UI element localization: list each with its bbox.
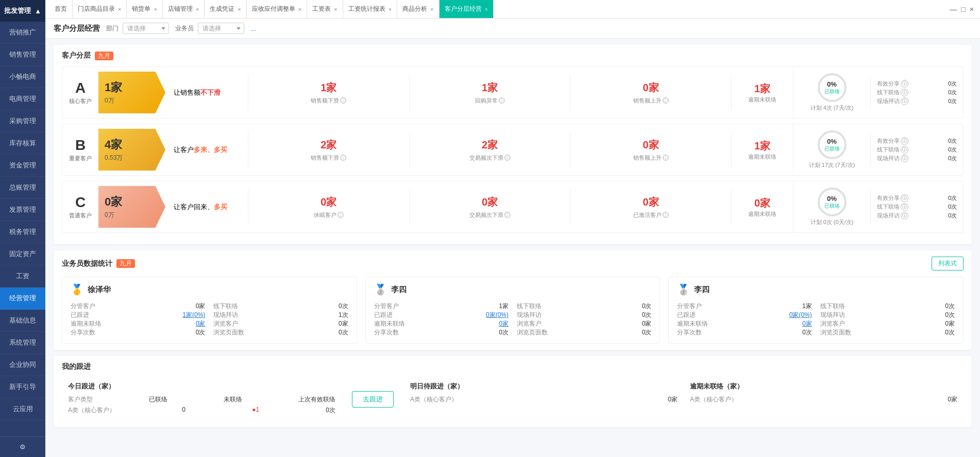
- sidebar-item-企业协同[interactable]: 企业协同: [0, 354, 45, 376]
- info-icon: ⓘ: [663, 97, 669, 104]
- tier-count-block: 1家 0万: [98, 72, 165, 113]
- info-icon: ⓘ: [504, 212, 511, 218]
- progress-circle: 0% 已联络: [818, 130, 847, 159]
- sidebar-item-发票管理[interactable]: 发票管理: [0, 199, 45, 221]
- tier-row-B: B 重要客户 4家 0.53万 让客户多来、多买 2家 销售额下滑 ⓘ 2家 交…: [62, 124, 964, 176]
- sidebar-item-小畅电商[interactable]: 小畅电商: [0, 66, 45, 88]
- today-header-row: 客户类型 已联络 未联络 上次有效联络: [68, 395, 335, 404]
- side-stat-row: 现场拜访 ⓘ 0次: [877, 97, 957, 105]
- tab-商品分析[interactable]: 商品分析×: [397, 0, 439, 19]
- tab-close-icon[interactable]: ×: [388, 6, 392, 12]
- staff-stat-row: 逾期未联络 0家: [374, 319, 509, 328]
- sidebar-title: 批发管理: [4, 6, 31, 15]
- staff-stat-row: 现场拜访 1次: [213, 311, 348, 319]
- staff-stat-row: 分享次数 0次: [677, 328, 812, 337]
- tab-close-icon[interactable]: ×: [430, 6, 433, 12]
- sidebar-item-新手引导[interactable]: 新手引导: [0, 376, 45, 398]
- salesman-select[interactable]: 请选择: [198, 23, 244, 34]
- side-stat-row: 线下联络 ⓘ 0次: [877, 146, 957, 154]
- sidebar-item-经营管理[interactable]: 经营管理: [0, 287, 45, 310]
- sidebar-collapse-icon[interactable]: ▲: [35, 7, 41, 15]
- sidebar-item-基础信息[interactable]: 基础信息: [0, 310, 45, 332]
- tier-action-text: 让销售额不下滑: [165, 88, 248, 97]
- info-icon: ⓘ: [901, 212, 908, 219]
- sidebar-item-营销推广[interactable]: 营销推广: [0, 22, 45, 44]
- goto-followup-button[interactable]: 去跟进: [352, 391, 394, 408]
- staff-badge: 🥈: [374, 283, 387, 296]
- tab-close-icon[interactable]: ×: [154, 6, 157, 12]
- tab-客户分层经营[interactable]: 客户分层经营×: [440, 0, 494, 19]
- staff-stats-left: 分管客户 1家 已跟进 0家(0%) 逾期未联络 0家 分享次数 0次: [677, 302, 812, 337]
- tab-首页[interactable]: 首页: [49, 0, 73, 19]
- sidebar-item-电商管理[interactable]: 电商管理: [0, 88, 45, 110]
- tab-close-icon[interactable]: ×: [196, 6, 199, 12]
- staff-month-badge: 九月: [116, 259, 135, 268]
- progress-circle: 0% 已联络: [818, 188, 847, 216]
- dept-filter: 部门 请选择: [106, 23, 169, 34]
- sidebar: 批发管理 ▲ 营销推广销售管理小畅电商电商管理采购管理库存核算资金管理总账管理发…: [0, 0, 45, 457]
- tab-close-icon[interactable]: ×: [485, 6, 488, 12]
- info-icon: ⓘ: [901, 89, 908, 96]
- tab-close-icon[interactable]: ×: [334, 6, 337, 12]
- stat-item: 2家 交易频次下滑 ⓘ: [409, 132, 570, 168]
- list-view-button[interactable]: 列表式: [932, 257, 964, 270]
- customer-tier-title: 客户分层 九月: [62, 51, 964, 60]
- sidebar-item-库存核算[interactable]: 库存核算: [0, 132, 45, 155]
- staff-stat-row: 线下联络 0次: [213, 302, 348, 311]
- sidebar-item-税务管理[interactable]: 税务管理: [0, 221, 45, 243]
- followup-section: 我的跟进 今日跟进（家） 客户类型 已联络 未联络 上次有效联络 A类（核心客户…: [54, 356, 972, 427]
- tier-side-stats: 有效分享 ⓘ 0次 线下联络 ⓘ 0次 现场拜访 ⓘ 0次: [870, 190, 963, 224]
- sidebar-item-系统管理[interactable]: 系统管理: [0, 332, 45, 354]
- staff-card-0: 🥇 徐泽华 分管客户 0家 已跟进 1家(0%) 逾期未联络 0家 分享次数 0…: [62, 277, 357, 344]
- tab-门店商品目录[interactable]: 门店商品目录×: [73, 0, 127, 19]
- stat-item: 0家 已激活客户 ⓘ: [570, 189, 731, 225]
- staff-section-title: 业务员数据统计 九月: [62, 259, 135, 268]
- tab-店铺管理[interactable]: 店铺管理×: [163, 0, 205, 19]
- tabs-container: 首页门店商品目录×销货单×店铺管理×生成凭证×应收应付调整单×工资表×工资统计报…: [49, 0, 494, 19]
- sidebar-settings[interactable]: ⚙: [0, 436, 45, 457]
- sidebar-item-销售管理[interactable]: 销售管理: [0, 44, 45, 66]
- staff-stat-row: 线下联络 0次: [820, 302, 955, 311]
- staff-stat-row: 分管客户 1家: [677, 302, 812, 311]
- info-icon: ⓘ: [663, 212, 669, 218]
- customer-tier-section: 客户分层 九月 A 核心客户 1家 0万 让销售额不下滑 1家 销售额下滑 ⓘ …: [54, 45, 972, 244]
- staff-card-2: 🥈 李四 分管客户 1家 已跟进 0家(0%) 逾期未联络 0家 分享次数 0次…: [668, 277, 964, 344]
- customer-month-badge: 九月: [95, 52, 113, 60]
- stat-item: 0家 交易频次下滑 ⓘ: [409, 189, 570, 225]
- staff-name: 徐泽华: [88, 285, 111, 295]
- settings-icon: ⚙: [20, 443, 26, 451]
- tier-contact: 1家 逾期未联络: [731, 76, 793, 110]
- info-icon: ⓘ: [901, 80, 908, 88]
- sidebar-item-云应用[interactable]: 云应用: [0, 398, 45, 420]
- tomorrow-followup-col: 明日待跟进（家） A类（核心客户） 0家: [404, 378, 684, 421]
- dept-select[interactable]: 请选择: [123, 23, 169, 34]
- sidebar-item-工资[interactable]: 工资: [0, 265, 45, 287]
- tab-close-icon[interactable]: ×: [238, 6, 241, 12]
- staff-header-row: 业务员数据统计 九月 列表式: [62, 257, 964, 270]
- sidebar-item-采购管理[interactable]: 采购管理: [0, 110, 45, 132]
- tab-生成凭证[interactable]: 生成凭证×: [205, 0, 246, 19]
- tab-应收应付调整单[interactable]: 应收应付调整单×: [247, 0, 307, 19]
- staff-header: 🥈 李四: [677, 283, 955, 296]
- tab-工资表[interactable]: 工资表×: [307, 0, 343, 19]
- salesman-filter: 业务员 请选择: [175, 23, 244, 34]
- more-filters-button[interactable]: ...: [250, 25, 256, 32]
- sidebar-item-总账管理[interactable]: 总账管理: [0, 177, 45, 199]
- tab-工资统计报表[interactable]: 工资统计报表×: [343, 0, 397, 19]
- sidebar-item-固定资产[interactable]: 固定资产: [0, 243, 45, 265]
- sidebar-item-资金管理[interactable]: 资金管理: [0, 155, 45, 177]
- maximize-button[interactable]: □: [961, 5, 965, 13]
- overdue-a-row: A类（核心客户） 0家: [690, 395, 957, 404]
- info-icon: ⓘ: [901, 203, 908, 211]
- staff-badge: 🥇: [71, 283, 83, 296]
- close-window-button[interactable]: ×: [970, 5, 974, 13]
- minimize-button[interactable]: —: [950, 5, 957, 13]
- followup-grid: 今日跟进（家） 客户类型 已联络 未联络 上次有效联络 A类（核心客户） 0 ●…: [62, 378, 964, 421]
- info-icon: ⓘ: [340, 97, 346, 104]
- staff-stat-row: 逾期未联络 0家: [677, 319, 812, 328]
- tier-label-B: B 重要客户: [62, 129, 98, 171]
- dept-label: 部门: [106, 24, 119, 33]
- tab-销货单[interactable]: 销货单×: [127, 0, 162, 19]
- tab-close-icon[interactable]: ×: [298, 6, 301, 12]
- tab-close-icon[interactable]: ×: [118, 6, 121, 12]
